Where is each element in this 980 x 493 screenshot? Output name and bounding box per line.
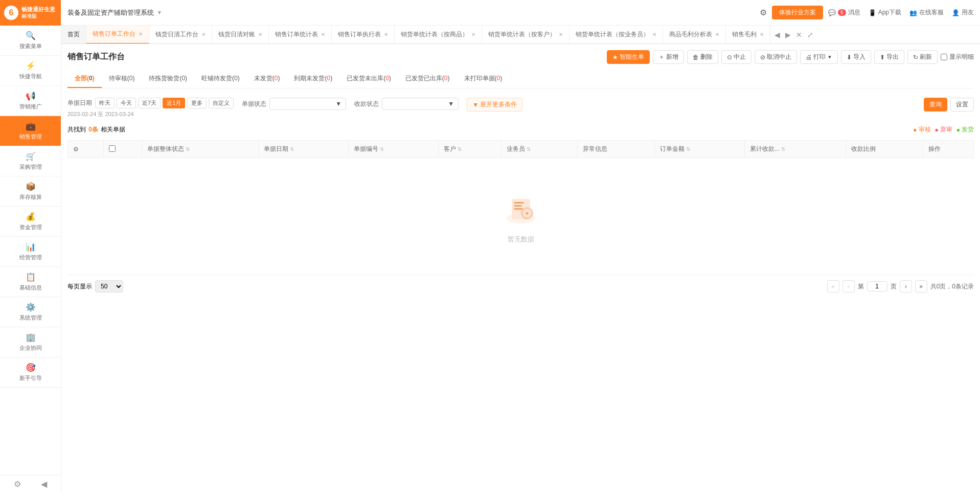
status-select[interactable]: ▼ bbox=[269, 98, 346, 110]
online-service-btn[interactable]: 👥 在线客服 bbox=[909, 8, 944, 17]
filter-tab-pending-review[interactable]: 待审核(0) bbox=[102, 70, 142, 88]
sidebar-item-system[interactable]: ⚙️系统管理 bbox=[0, 297, 61, 327]
sidebar-item-marketing[interactable]: 📢营销推广 bbox=[0, 86, 61, 116]
add-btn[interactable]: ＋ 新增 bbox=[653, 50, 684, 64]
system-dropdown-arrow[interactable]: ▼ bbox=[157, 10, 162, 15]
show-detail-checkbox[interactable]: 显示明细 bbox=[941, 53, 974, 61]
filter-tab-not-printed[interactable]: 未打印单据(0) bbox=[457, 70, 510, 88]
pagination-bar: 每页显示 102050100 « ‹ 第 页 › » 共0页，0条记录 bbox=[67, 275, 974, 298]
sidebar-item-finance[interactable]: 💰资金管理 bbox=[0, 207, 61, 237]
experience-btn[interactable]: 体验行业方案 bbox=[772, 6, 823, 19]
user-btn[interactable]: 👤 用友 bbox=[952, 8, 974, 17]
cancel-pause-btn[interactable]: ⊘ 取消中止 bbox=[755, 50, 797, 64]
tab-sales-profit[interactable]: 销售毛利✕ bbox=[726, 26, 770, 44]
sidebar-label-search: 搜索菜单 bbox=[19, 42, 42, 50]
col-header-customer[interactable]: 客户⇅ bbox=[438, 141, 501, 158]
tab-next-btn[interactable]: ▶ bbox=[783, 30, 793, 40]
abandon-btn[interactable]: ● 弃审 bbox=[935, 125, 952, 134]
prev-page-btn[interactable]: ‹ bbox=[842, 280, 855, 293]
settings-footer-icon[interactable]: ⚙ bbox=[14, 479, 21, 489]
sidebar-item-operation[interactable]: 📊经营管理 bbox=[0, 237, 61, 267]
col-header-number[interactable]: 单据编号⇅ bbox=[348, 141, 438, 158]
date-btn-自定义[interactable]: 自定义 bbox=[209, 98, 234, 108]
filter-settings-btn[interactable]: 设置 bbox=[950, 98, 974, 111]
tab-sales-summary-staff[interactable]: 销货单统计表（按业务员）✕ bbox=[569, 26, 663, 44]
tab-cash-daily[interactable]: 钱货日清工作台✕ bbox=[149, 26, 212, 44]
tab-close-sales-summary-product[interactable]: ✕ bbox=[471, 32, 475, 37]
tab-close-sales-summary-staff[interactable]: ✕ bbox=[652, 32, 656, 37]
expand-filter-btn[interactable]: ▼ 展开更多条件 bbox=[467, 98, 522, 111]
tab-sales-workbench[interactable]: 销售订单工作台✕ bbox=[86, 26, 149, 44]
col-header-amount[interactable]: 订单金额⇅ bbox=[655, 141, 745, 158]
tab-close-sales-summary-customer[interactable]: ✕ bbox=[559, 32, 563, 37]
refresh-btn[interactable]: ↻ 刷新 bbox=[907, 50, 938, 64]
sidebar-icon-system: ⚙️ bbox=[26, 302, 36, 312]
tab-home[interactable]: 首页 bbox=[61, 26, 86, 44]
tab-sales-summary-product[interactable]: 销货单统计表（按商品）✕ bbox=[395, 26, 482, 44]
col-settings-icon[interactable]: ⚙ bbox=[73, 146, 79, 153]
date-btn-近7天[interactable]: 近7天 bbox=[138, 98, 161, 108]
tab-cash-reconcile[interactable]: 钱货日清对账✕ bbox=[212, 26, 269, 44]
date-btn-更多[interactable]: 更多 bbox=[187, 98, 207, 108]
delete-btn[interactable]: 🗑 删除 bbox=[687, 50, 718, 64]
tab-close-cash-daily[interactable]: ✕ bbox=[201, 32, 206, 37]
date-btn-昨天[interactable]: 昨天 bbox=[95, 98, 115, 108]
page-size-select[interactable]: 102050100 bbox=[95, 280, 123, 293]
filter-tab-all[interactable]: 全部(0) bbox=[67, 70, 102, 88]
tab-close-sales-profit[interactable]: ✕ bbox=[760, 32, 764, 37]
filter-tab-wangpu-pending[interactable]: 旺铺待发货(0) bbox=[194, 70, 247, 88]
tab-sales-summary-customer[interactable]: 销货单统计表（按客户）✕ bbox=[482, 26, 569, 44]
sidebar-item-search[interactable]: 🔍搜索菜单 bbox=[0, 26, 61, 56]
tab-close-product-margin[interactable]: ✕ bbox=[715, 32, 719, 37]
tab-close-all-btn[interactable]: ✕ bbox=[794, 30, 804, 40]
tab-close-cash-reconcile[interactable]: ✕ bbox=[258, 32, 262, 37]
filter-tab-not-shipped[interactable]: 未发货(0) bbox=[247, 70, 287, 88]
col-header-received[interactable]: 累计收款...⇅ bbox=[744, 141, 846, 158]
smart-gen-btn[interactable]: ★ 智能生单 bbox=[607, 50, 650, 64]
message-btn[interactable]: 💬 6 消息 bbox=[828, 8, 860, 17]
tab-expand-btn[interactable]: ⤢ bbox=[805, 30, 815, 40]
export-btn[interactable]: ⬆ 导出 bbox=[874, 50, 904, 64]
sidebar-item-purchase[interactable]: 🛒采购管理 bbox=[0, 146, 61, 176]
tab-prev-btn[interactable]: ◀ bbox=[772, 30, 782, 40]
tab-sales-exec[interactable]: 销售订单执行表✕ bbox=[332, 26, 395, 44]
audit-btn[interactable]: ● 审核 bbox=[913, 125, 930, 134]
page-input[interactable] bbox=[867, 281, 887, 292]
filter-tab-expired-not-shipped[interactable]: 到期未发货(0) bbox=[287, 70, 339, 88]
date-btn-近1月[interactable]: 近1月 bbox=[163, 98, 185, 108]
tab-close-sales-exec[interactable]: ✕ bbox=[384, 32, 388, 37]
tab-close-sales-workbench[interactable]: ✕ bbox=[139, 31, 143, 37]
sidebar-item-enterprise[interactable]: 🏢企业协同 bbox=[0, 327, 61, 357]
tab-product-margin[interactable]: 商品毛利分析表✕ bbox=[663, 26, 726, 44]
next-page-btn[interactable]: › bbox=[900, 280, 912, 293]
tab-sales-stat[interactable]: 销售订单统计表✕ bbox=[269, 26, 332, 44]
select-all-checkbox[interactable] bbox=[109, 145, 116, 152]
print-btn[interactable]: 🖨 打印 ▼ bbox=[800, 50, 838, 64]
import-btn[interactable]: ⬇ 导入 bbox=[841, 50, 871, 64]
sidebar-item-sales[interactable]: 💼销售管理 bbox=[0, 116, 61, 146]
filter-tab-pending-inspect[interactable]: 待拣货验货(0) bbox=[142, 70, 194, 88]
date-btn-今天[interactable]: 今天 bbox=[117, 98, 136, 108]
payment-select[interactable]: ▼ bbox=[382, 98, 459, 110]
first-page-btn[interactable]: « bbox=[827, 280, 839, 293]
sidebar-item-basic-info[interactable]: 📋基础信息 bbox=[0, 267, 61, 297]
filter-tab-shipped-not-warehoused[interactable]: 已发货未出库(0) bbox=[339, 70, 398, 88]
show-detail-input[interactable] bbox=[941, 54, 947, 60]
sidebar-item-guide[interactable]: 🎯新手引导 bbox=[0, 357, 61, 388]
col-header-staff[interactable]: 业务员⇅ bbox=[501, 141, 577, 158]
sidebar-icon-finance: 💰 bbox=[26, 212, 36, 221]
collapse-icon[interactable]: ◀ bbox=[41, 479, 47, 489]
sidebar-item-inventory[interactable]: 📦库存核算 bbox=[0, 176, 61, 207]
app-download-btn[interactable]: 📱 App下载 bbox=[869, 8, 901, 17]
col-header-status[interactable]: 单据整体状态⇅ bbox=[142, 141, 258, 158]
tab-close-sales-stat[interactable]: ✕ bbox=[321, 32, 325, 37]
sidebar-item-quick-nav[interactable]: ⚡快捷导航 bbox=[0, 56, 61, 86]
last-page-btn[interactable]: » bbox=[915, 280, 927, 293]
col-header-date[interactable]: 单据日期⇅ bbox=[259, 141, 349, 158]
filter-tab-shipped-warehoused[interactable]: 已发货已出库(0) bbox=[398, 70, 457, 88]
pause-btn[interactable]: ⊙ 中止 bbox=[721, 50, 751, 64]
deliver-btn[interactable]: ● 发货 bbox=[956, 125, 974, 134]
date-filter-label: 单据日期 bbox=[67, 99, 92, 107]
topbar-settings-icon[interactable]: ⚙ bbox=[760, 8, 767, 17]
query-btn[interactable]: 查询 bbox=[924, 98, 947, 111]
